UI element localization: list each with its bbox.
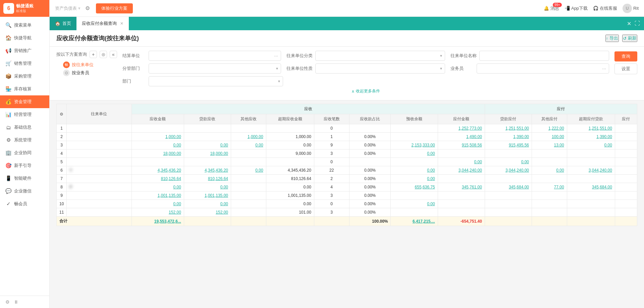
table-row: 91,001,135.001,001,135.001,001,135.0030.… (57, 191, 637, 200)
sidebar-item-search[interactable]: 🔍 搜索菜单 (0, 19, 49, 32)
footer-ap-overdue (567, 217, 615, 226)
col-ar-group: 应收 (131, 104, 485, 114)
tab-close-icon[interactable]: ✕ (120, 21, 123, 26)
marketing-icon: 📢 (5, 48, 11, 54)
scheme-staff-icon: ⊙ (63, 70, 70, 76)
filter-row-1: 结算单位 ··· 往来单位分类 ▾ 往来单位名称 (122, 51, 609, 61)
tab-home[interactable]: 🏠 首页 (50, 17, 76, 30)
sidebar-menu: 🔍 搜索菜单 🏠 快捷导航 📢 营销推广 🛒 销售管理 📦 采购管理 🏪 库存核… (0, 17, 49, 296)
sidebar-item-basic[interactable]: 🗂 基础信息 (0, 121, 49, 134)
query-button[interactable]: 查询 (614, 51, 637, 61)
breadcrumb-text: 资产负债表 (55, 5, 77, 11)
filter-collapse-icon[interactable]: « (110, 51, 117, 58)
filter-scheme-list: 畅 按往来单位 ⊙ 按业务员 (63, 61, 117, 76)
footer-ap-loan (485, 217, 532, 226)
col-ar-prepay: 预收余额 (391, 114, 438, 124)
footer-ap-other (532, 217, 567, 226)
page-header: 应收应付余额查询(按往来单位) ↑ 导出 ↺ 刷新 (50, 30, 644, 47)
sidebar-item-sales[interactable]: 🛒 销售管理 (0, 57, 49, 70)
tab-minimize-btn[interactable]: ✕ (627, 20, 631, 27)
staff-select[interactable]: ··· (477, 63, 609, 74)
sidebar-collapse-btn[interactable]: ⏸ (14, 299, 18, 305)
notifications-btn[interactable]: 🔔 消息 99+ (544, 5, 559, 11)
header-gear-icon[interactable]: ⚙ (85, 5, 90, 11)
filter-scheme-by-unit[interactable]: 畅 按往来单位 (63, 61, 117, 68)
footer-ar-loan (184, 217, 231, 226)
user-profile[interactable]: U Rit (623, 4, 639, 13)
footer-ar-amount[interactable]: 19,553,472,6... (131, 217, 184, 226)
field-dept-charge: 分管部门 ▾ (122, 63, 281, 74)
settings-button[interactable]: 设置 (614, 63, 637, 74)
member-icon: ✓ (5, 201, 11, 207)
sidebar-item-member[interactable]: ✓ 畅会员 (0, 197, 49, 210)
unit-category-select[interactable]: ▾ (315, 51, 445, 61)
col-ap-overdue: 超期应付贷款 (567, 114, 615, 124)
filter-collapse-btn[interactable]: ∧ 收起更多条件 (122, 86, 609, 96)
sidebar-item-enterprise[interactable]: 🏢 企业协同 (0, 146, 49, 159)
field-unit-name: 往来单位名称 (450, 51, 609, 61)
sidebar-item-guide[interactable]: 🎯 新手引导 (0, 159, 49, 172)
sidebar-item-smart[interactable]: 📱 智能硬件 (0, 172, 49, 185)
chevron-down-icon-2: ▾ (276, 66, 278, 71)
table-row: 100.000.000.0000.00%0.00 (57, 200, 637, 208)
refresh-btn[interactable]: ↺ 刷新 (622, 35, 637, 42)
sidebar-item-quicknav[interactable]: 🏠 快捷导航 (0, 32, 49, 44)
col-ar-ratio: 应收款占比 (349, 114, 391, 124)
table-row: 11152.00152.00101.0030.00% (57, 208, 637, 217)
sidebar-item-marketing[interactable]: 📢 营销推广 (0, 44, 49, 57)
sidebar-item-system[interactable]: ⚙ 系统管理 (0, 134, 49, 146)
sidebar-item-inventory[interactable]: 🏪 库存核算 (0, 83, 49, 95)
filter-row-3: 部门 ▾ (122, 76, 609, 86)
sidebar-item-operation[interactable]: 📊 经营管理 (0, 108, 49, 121)
footer-ar-prepay[interactable]: 6,417,215.... (391, 217, 438, 226)
table-row: 500.000.00 (57, 158, 637, 166)
sidebar-item-purchase[interactable]: 📦 采购管理 (0, 70, 49, 83)
sidebar-item-wechat[interactable]: 💬 企业微信 (0, 185, 49, 197)
filter-area: 按以下方案查询 + ◎ « 畅 按往来单位 ⊙ 按业务员 (50, 47, 644, 100)
top-header: 资产负债表 ▾ ⚙ 体验行业方案 🔔 消息 99+ 📲 App下载 🎧 在线客服… (50, 0, 644, 17)
table-settings-col[interactable]: ⚙ (57, 104, 67, 124)
sidebar-settings-btn[interactable]: ⚙ (5, 299, 10, 305)
settlement-unit-input[interactable]: ··· (149, 51, 281, 61)
col-ap-loan: 贷款应付 (485, 114, 532, 124)
tab-ar-ap[interactable]: 应收应付余额查询 ✕ (76, 17, 129, 30)
sales-icon: 🛒 (5, 60, 11, 67)
table-row: 21,000.001,000.001,000.0010.00%1,490.001… (57, 133, 637, 141)
table-row: 418,000.0018,000.009,000.0030.00%0.00 (57, 149, 637, 158)
export-btn[interactable]: ↑ 导出 (605, 35, 619, 42)
customer-service-btn[interactable]: 🎧 在线客服 (593, 5, 617, 11)
app-name: 畅捷通账 (16, 3, 34, 9)
finance-icon: 💰 (5, 99, 11, 105)
field-unit-category: 往来单位分类 ▾ (286, 51, 445, 61)
export-icon: ↑ (606, 36, 608, 41)
filter-add-btn[interactable]: + (90, 51, 97, 58)
unit-nature-select[interactable]: ▾ (315, 63, 445, 74)
staff-label: 业务员 (450, 65, 474, 72)
logo-icon: 6 (3, 3, 14, 14)
purchase-icon: 📦 (5, 73, 11, 79)
scheme-unit-icon: 畅 (63, 61, 70, 68)
tab-expand-btn[interactable]: ⛶ (635, 20, 640, 27)
ellipsis-icon-2: ··· (602, 66, 606, 71)
filter-buttons: 查询 设置 (614, 51, 637, 96)
dept-charge-select[interactable]: ▾ (149, 63, 281, 74)
tab-actions: ✕ ⛶ (623, 17, 644, 30)
page-title: 应收应付余额查询(按往来单位) (56, 34, 139, 42)
app-download-btn[interactable]: 📲 App下载 (565, 5, 588, 11)
footer-ar-count (314, 217, 349, 226)
page-actions: ↑ 导出 ↺ 刷新 (605, 35, 638, 42)
app-logo: 6 畅捷通账 标准版 (0, 0, 49, 17)
avatar: U (623, 4, 632, 13)
download-icon: 📲 (565, 6, 570, 11)
cta-button[interactable]: 体验行业方案 (96, 3, 133, 13)
col-ar-overdue: 超期应收金额 (266, 114, 314, 124)
filter-settings-icon[interactable]: ◎ (100, 51, 107, 58)
main-content: 应收应付余额查询(按往来单位) ↑ 导出 ↺ 刷新 按以下方案查询 + ◎ « (50, 30, 644, 308)
unit-nature-label: 往来单位性质 (286, 65, 313, 72)
dept-select[interactable]: ▾ (149, 76, 283, 86)
chevron-up-icon: ∧ (352, 89, 355, 94)
filter-scheme-by-staff[interactable]: ⊙ 按业务员 (63, 70, 117, 76)
unit-name-input[interactable] (479, 51, 609, 61)
sidebar-item-finance[interactable]: 💰 资金管理 (0, 95, 49, 108)
inventory-icon: 🏪 (5, 86, 11, 92)
